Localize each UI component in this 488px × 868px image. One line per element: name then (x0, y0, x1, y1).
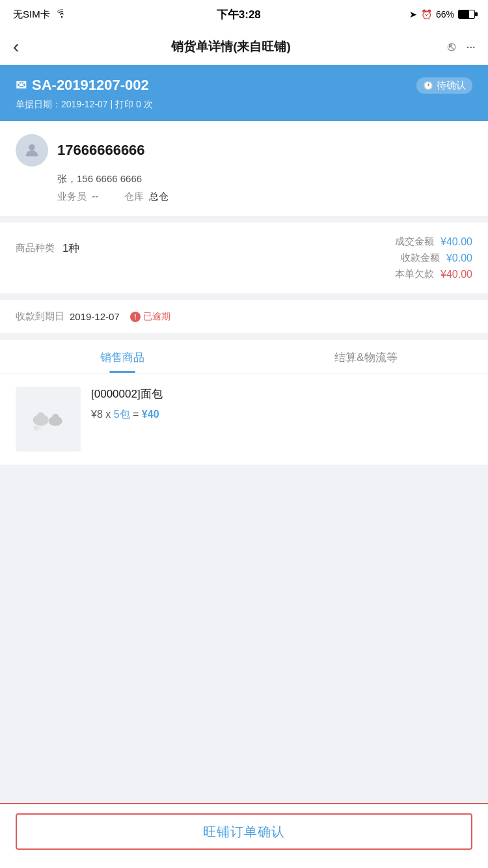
overdue-exclamation-icon: ! (130, 312, 141, 322)
customer-phone: 17666666666 (57, 142, 145, 159)
back-button[interactable]: ‹ (13, 36, 39, 57)
amount-value-2: ¥40.00 (441, 269, 472, 280)
product-info: [0000002]面包 ¥8 x 5包 = ¥40 (91, 387, 472, 422)
customer-row: 17666666666 (16, 134, 472, 167)
alarm-icon: ⏰ (421, 9, 432, 20)
product-qty: 5包 (114, 409, 130, 420)
wifi-icon (55, 9, 68, 20)
amount-value-0: ¥40.00 (441, 236, 472, 248)
summary-left: 商品种类 1种 (16, 236, 79, 256)
order-date: 单据日期：2019-12-07 | 打印 0 次 (16, 99, 472, 111)
amount-label-1: 收款金额 (401, 252, 440, 264)
nav-actions: ⎋ ··· (423, 39, 475, 54)
confirm-order-button[interactable]: 旺铺订单确认 (16, 813, 472, 850)
amount-value-1: ¥0.00 (446, 252, 472, 264)
customer-detail: 张，156 6666 6666 (57, 173, 472, 185)
clock-icon: 🕐 (423, 81, 433, 90)
svg-text:野+: 野+ (34, 426, 42, 431)
summary-row: 商品种类 1种 成交金额 ¥40.00 收款金额 ¥0.00 本单欠款 ¥40.… (16, 236, 472, 280)
order-id: ✉ SA-20191207-002 (16, 77, 149, 94)
avatar (16, 134, 48, 167)
product-item: 野+ [0000002]面包 ¥8 x 5包 = ¥40 (0, 373, 488, 465)
due-label: 收款到期日 (16, 310, 64, 323)
due-date-value: 2019-12-07 (70, 311, 120, 322)
tab-sales-products[interactable]: 销售商品 (0, 340, 244, 373)
product-types-label: 商品种类 (16, 242, 55, 254)
amount-row-0: 成交金额 ¥40.00 (395, 236, 472, 248)
warehouse-label: 仓库 (124, 191, 144, 202)
product-price: ¥8 x 5包 = ¥40 (91, 408, 472, 422)
more-icon[interactable]: ··· (466, 39, 475, 54)
carrier-text: 无SIM卡 (13, 8, 50, 21)
product-thumbnail: 野+ (16, 387, 81, 452)
overdue-badge: ! 已逾期 (130, 311, 170, 323)
order-envelope-icon: ✉ (16, 77, 27, 93)
multiply-symbol: x (105, 409, 113, 420)
svg-point-4 (52, 414, 59, 421)
warehouse-value: 总仓 (149, 191, 169, 202)
product-total: ¥40 (142, 409, 159, 420)
tabs-header: 销售商品 结算&物流等 (0, 340, 488, 373)
order-id-row: ✉ SA-20191207-002 🕐 待确认 (16, 77, 472, 94)
share-icon[interactable]: ⎋ (448, 39, 455, 54)
overdue-text: 已逾期 (143, 311, 170, 323)
customer-meta: 业务员 -- 仓库 总仓 (57, 191, 472, 203)
status-time: 下午3:28 (217, 7, 261, 22)
price-value: ¥8 (91, 409, 103, 420)
product-name: [0000002]面包 (91, 387, 472, 401)
product-types-value: 1种 (62, 241, 79, 256)
content-spacer (0, 465, 488, 543)
status-left: 无SIM卡 (13, 8, 68, 21)
amount-row-1: 收款金额 ¥0.00 (401, 252, 472, 264)
order-id-text: SA-20191207-002 (32, 77, 149, 94)
svg-point-2 (37, 413, 45, 420)
location-icon: ➤ (409, 9, 417, 20)
tab-settlement-logistics[interactable]: 结算&物流等 (244, 340, 488, 373)
due-section: 收款到期日 2019-12-07 ! 已逾期 (0, 300, 488, 333)
page-title: 销货单详情(来自旺铺) (39, 38, 423, 55)
bottom-bar: 旺铺订单确认 (0, 803, 488, 868)
salesperson-label: 业务员 (57, 191, 87, 202)
equals-symbol: = (133, 409, 142, 420)
order-header: ✉ SA-20191207-002 🕐 待确认 单据日期：2019-12-07 … (0, 65, 488, 121)
status-right: ➤ ⏰ 66% (409, 9, 475, 20)
customer-info-card: 17666666666 张，156 6666 6666 业务员 -- 仓库 总仓 (0, 121, 488, 216)
nav-bar: ‹ 销货单详情(来自旺铺) ⎋ ··· (0, 29, 488, 65)
amount-label-0: 成交金额 (395, 236, 434, 248)
salesperson-value: -- (92, 191, 98, 202)
amount-row-2: 本单欠款 ¥40.00 (395, 268, 472, 280)
amount-label-2: 本单欠款 (395, 268, 434, 280)
battery-text: 66% (436, 9, 454, 20)
status-bar: 无SIM卡 下午3:28 ➤ ⏰ 66% (0, 0, 488, 29)
order-status-text: 待确认 (437, 79, 466, 92)
battery-icon (458, 10, 475, 19)
svg-point-0 (29, 144, 34, 150)
summary-right: 成交金额 ¥40.00 收款金额 ¥0.00 本单欠款 ¥40.00 (395, 236, 472, 280)
summary-section: 商品种类 1种 成交金额 ¥40.00 收款金额 ¥0.00 本单欠款 ¥40.… (0, 223, 488, 293)
order-status-badge: 🕐 待确认 (416, 77, 472, 94)
tabs-section: 销售商品 结算&物流等 野+ [0000002]面包 ¥8 x 5包 = ¥40 (0, 340, 488, 465)
